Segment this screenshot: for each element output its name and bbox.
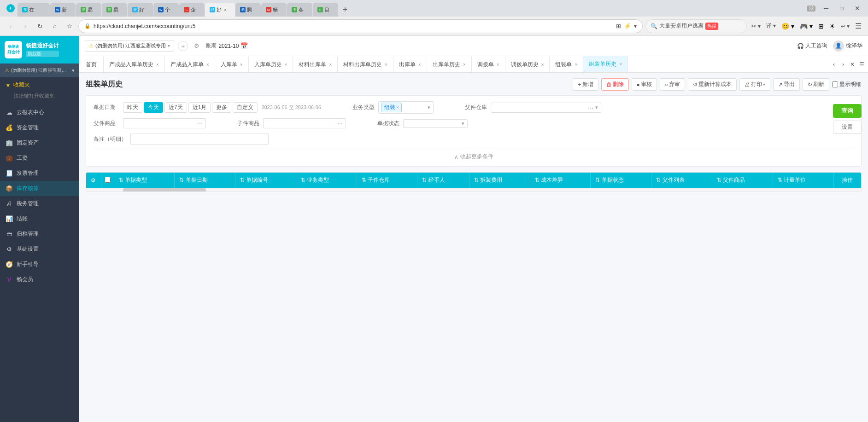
user-profile[interactable]: 👤 徐泽华 bbox=[833, 40, 862, 52]
brightness-icon[interactable]: ☀ bbox=[827, 23, 837, 30]
search-box[interactable]: 🔍 大量安卓用户逃离 热搜 bbox=[645, 19, 747, 33]
status-chevron[interactable]: ▾ bbox=[462, 121, 464, 127]
tag-close-icon[interactable]: × bbox=[396, 105, 399, 110]
sidebar-item-inventory[interactable]: 📦 库存核算 bbox=[0, 181, 79, 196]
warehouse-chevron[interactable]: ▾ bbox=[595, 104, 598, 110]
abandon-btn[interactable]: ○ 弃审 bbox=[660, 78, 685, 91]
last7-btn[interactable]: 近7天 bbox=[164, 102, 187, 113]
tab-close-btn[interactable]: × bbox=[224, 7, 227, 12]
sidebar-item-funds[interactable]: 💰 资金管理 bbox=[0, 120, 79, 135]
close-btn[interactable]: ✕ bbox=[850, 4, 864, 13]
browser-tab-7[interactable]: C 企 bbox=[179, 3, 205, 17]
browser-tab-5[interactable]: 好 好 bbox=[128, 3, 153, 17]
close-tab-icon-9[interactable]: × bbox=[497, 62, 499, 67]
home-btn[interactable]: ⌂ bbox=[49, 20, 61, 32]
add-company-btn[interactable]: + bbox=[178, 41, 188, 51]
browser-tab-9[interactable]: 腾 腾 bbox=[235, 3, 261, 17]
close-tab-icon-2[interactable]: × bbox=[206, 62, 209, 67]
yesterday-btn[interactable]: 昨天 bbox=[123, 102, 142, 113]
forward-btn[interactable]: › bbox=[19, 20, 31, 32]
delete-btn[interactable]: 🗑 删除 bbox=[601, 78, 629, 91]
today-btn[interactable]: 今天 bbox=[144, 102, 163, 113]
th-disassemble-cost[interactable]: ⇅ 拆装费用 bbox=[469, 173, 530, 188]
th-cost-diff[interactable]: ⇅ 成本差异 bbox=[530, 173, 591, 188]
detail-checkbox-input[interactable] bbox=[832, 81, 838, 87]
th-handler[interactable]: ⇅ 经手人 bbox=[417, 173, 469, 188]
child-product-dots[interactable]: ··· bbox=[337, 120, 343, 127]
tab-close-all[interactable]: ✕ bbox=[848, 60, 857, 69]
page-tab-inbound-hist[interactable]: 入库单历史 × bbox=[249, 56, 293, 73]
browser-tab-4[interactable]: 易 易 bbox=[102, 3, 127, 17]
grid-icon[interactable]: ⊞ bbox=[616, 23, 621, 29]
scroll-thumb[interactable] bbox=[123, 188, 206, 192]
page-tab-prod-inbound-hist[interactable]: 产成品入库单历史 × bbox=[104, 56, 165, 73]
reload-btn[interactable]: ↻ bbox=[34, 20, 46, 32]
back-btn[interactable]: ‹ bbox=[5, 20, 17, 32]
close-tab-icon-7[interactable]: × bbox=[418, 62, 421, 67]
bookmark-btn[interactable]: ☆ bbox=[64, 20, 76, 32]
settings-icon-btn[interactable]: ⚙ bbox=[192, 41, 202, 51]
address-input[interactable]: 🔒 https://cloud.chanjet.com/accounting/u… bbox=[78, 19, 643, 33]
th-status[interactable]: ⇅ 单据状态 bbox=[591, 173, 651, 188]
close-tab-icon-4[interactable]: × bbox=[285, 62, 287, 67]
th-parent-list[interactable]: ⇅ 父件列表 bbox=[651, 173, 712, 188]
sidebar-item-archive[interactable]: 🗃 归档管理 bbox=[0, 226, 79, 242]
th-gear[interactable]: ⚙ bbox=[86, 173, 101, 188]
company-selector[interactable]: ⚠ (勿删勿禁用) 江西服宝测试专用 ▾ bbox=[85, 40, 174, 52]
sidebar-item-close-accounts[interactable]: 📊 结账 bbox=[0, 211, 79, 226]
close-tab-icon-3[interactable]: × bbox=[240, 62, 243, 67]
tab-menu-icon[interactable]: ☰ bbox=[857, 60, 866, 69]
page-tab-material-out-hist[interactable]: 材料出库单历史 × bbox=[338, 56, 393, 73]
scroll-bar[interactable] bbox=[86, 188, 861, 191]
refresh-btn[interactable]: ↻ 刷新 bbox=[803, 78, 829, 91]
th-doc-date[interactable]: ⇅ 单据日期 bbox=[175, 173, 235, 188]
page-tab-assemble-hist-active[interactable]: 组装单历史 × bbox=[583, 56, 628, 73]
browser-tab-10[interactable]: M 畅 bbox=[261, 3, 287, 17]
new-tab-btn[interactable]: + bbox=[339, 3, 352, 17]
scissors-icon[interactable]: ✂ ▾ bbox=[750, 23, 762, 29]
th-checkbox[interactable] bbox=[101, 173, 114, 188]
menu-icon[interactable]: ☰ bbox=[853, 22, 863, 30]
status-select[interactable]: ▾ bbox=[403, 119, 468, 128]
page-tab-outbound[interactable]: 出库单 × bbox=[393, 56, 427, 73]
th-parent-product[interactable]: ⇅ 父件商品 bbox=[712, 173, 773, 188]
sidebar-item-guide[interactable]: 🧭 新手引导 bbox=[0, 257, 79, 272]
close-tab-icon[interactable]: × bbox=[156, 62, 159, 67]
browser-tab-3[interactable]: 易 易 bbox=[76, 3, 101, 17]
close-tab-icon-10[interactable]: × bbox=[541, 62, 544, 67]
close-tab-icon-5[interactable]: × bbox=[329, 62, 332, 67]
th-biz-type[interactable]: ⇅ 业务类型 bbox=[296, 173, 357, 188]
child-product-input[interactable]: ··· bbox=[263, 118, 346, 128]
game-icon[interactable]: 🎮 ▾ bbox=[798, 23, 815, 30]
sidebar-item-tax[interactable]: 🖨 税务管理 bbox=[0, 196, 79, 211]
dropdown-chevron[interactable]: ▾ bbox=[428, 104, 430, 110]
remark-input[interactable] bbox=[130, 133, 269, 145]
page-tab-material-out[interactable]: 材料出库单 × bbox=[293, 56, 338, 73]
emoji-icon[interactable]: 😊 ▾ bbox=[780, 23, 796, 30]
th-doc-type[interactable]: ⇅ 单据类型 bbox=[114, 173, 175, 188]
page-tab-inbound[interactable]: 入库单 × bbox=[215, 56, 249, 73]
tab-arrow-left[interactable]: ‹ bbox=[829, 60, 839, 69]
sidebar-item-member[interactable]: V 畅会员 bbox=[0, 272, 79, 287]
close-tab-icon-6[interactable]: × bbox=[385, 62, 387, 67]
sidebar-item-payroll[interactable]: 💼 工资 bbox=[0, 150, 79, 166]
sidebar-item-invoice[interactable]: 🧾 发票管理 bbox=[0, 166, 79, 181]
parent-product-input[interactable]: ··· bbox=[123, 118, 206, 128]
settings-btn[interactable]: 设置 bbox=[833, 121, 862, 134]
review-btn[interactable]: ● 审核 bbox=[632, 78, 657, 91]
th-unit[interactable]: ⇅ 计量单位 bbox=[773, 173, 833, 188]
sidebar-company[interactable]: ⚠ (勿删勿禁用) 江西服宝测试专用 ▾ bbox=[0, 64, 79, 77]
page-tab-prod-inbound[interactable]: 产成品入库单 × bbox=[165, 56, 215, 73]
service-btn[interactable]: 🎧 人工咨询 bbox=[797, 42, 827, 50]
page-tab-home[interactable]: 首页 bbox=[79, 56, 104, 73]
browser-tab-6[interactable]: W 个 bbox=[153, 3, 179, 17]
browser-tab-12[interactable]: S 目 bbox=[313, 3, 338, 17]
page-tab-outbound-hist[interactable]: 出库单历史 × bbox=[427, 56, 472, 73]
print-btn[interactable]: 🖨 打印 ▾ bbox=[739, 78, 770, 91]
translate-icon[interactable]: 译 ▾ bbox=[764, 22, 778, 30]
close-tab-icon-11[interactable]: × bbox=[575, 62, 577, 67]
display-detail-checkbox[interactable]: 显示明细 bbox=[832, 81, 862, 88]
calendar-icon[interactable]: 📅 bbox=[240, 42, 248, 49]
recalc-btn[interactable]: ↺ 重新计算成本 bbox=[688, 78, 737, 91]
th-child-warehouse[interactable]: ⇅ 子件仓库 bbox=[357, 173, 417, 188]
